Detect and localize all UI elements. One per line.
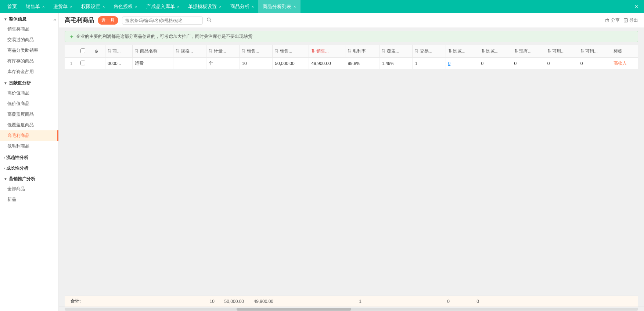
sidebar-item-category-rate[interactable]: 商品分类助销率	[0, 45, 58, 56]
col-tag[interactable]: 标签	[611, 45, 638, 58]
cell-name: 运费	[133, 58, 173, 69]
top-nav: 首页 销售单 × 进货单 × 权限设置 × 角色授权 × 产成品入库单 × 单据…	[0, 0, 644, 13]
close-all-tabs[interactable]: ×	[632, 3, 641, 10]
filter-recent-month-btn[interactable]: 近一月	[98, 16, 118, 25]
scrollbar-thumb[interactable]	[237, 308, 351, 311]
cell-coverage: 1.49%	[379, 58, 413, 69]
close-purchase-tab[interactable]: ×	[70, 4, 72, 9]
sidebar-item-sales-goods[interactable]: 销售类商品	[0, 24, 58, 35]
sidebar-item-high-coverage[interactable]: 高覆盖度商品	[0, 109, 58, 120]
share-icon	[605, 18, 610, 23]
arrow-growth: ›	[4, 166, 5, 170]
select-all-checkbox[interactable]	[80, 48, 85, 53]
cell-check[interactable]	[78, 58, 92, 69]
sidebar-group-contribution[interactable]: ▼ 贡献度分析	[0, 77, 58, 88]
col-sellable[interactable]: ⇅ 可销...	[578, 45, 611, 58]
nav-tab-analysis[interactable]: 商品分析 ×	[226, 0, 258, 13]
sidebar-item-stocked-goods[interactable]: 有库存的商品	[0, 56, 58, 66]
sidebar-item-traded-goods[interactable]: 交易过的商品	[0, 35, 58, 45]
svg-rect-2	[605, 19, 608, 22]
sidebar-item-low-coverage[interactable]: 低覆盖度商品	[0, 120, 58, 130]
col-unit[interactable]: ⇅ 计量...	[206, 45, 240, 58]
col-check[interactable]	[78, 45, 92, 58]
sidebar-item-low-margin[interactable]: 低毛利商品	[0, 141, 58, 152]
col-settings[interactable]: ⚙	[92, 45, 105, 58]
sidebar-item-low-value[interactable]: 低价值商品	[0, 98, 58, 109]
cell-sellable: 0	[578, 58, 611, 69]
search-button[interactable]	[206, 17, 212, 23]
cell-browse2: 0	[479, 58, 512, 69]
nav-tab-role[interactable]: 角色授权 ×	[109, 0, 141, 13]
close-sales-tab[interactable]: ×	[42, 4, 44, 9]
nav-tab-template[interactable]: 单据模板设置 ×	[184, 0, 226, 13]
search-input[interactable]	[122, 17, 203, 25]
nav-tab-home[interactable]: 首页	[3, 0, 21, 13]
cell-gross-margin: 99.8%	[345, 58, 379, 69]
sidebar: « ▼ 整体信息 销售类商品 交易过的商品 商品分类助销率 有库存的商品 库存资…	[0, 13, 59, 311]
arrow-trend: ›	[4, 156, 5, 160]
info-icon: ✦	[69, 34, 74, 40]
header-actions: 分享 导出	[605, 17, 638, 23]
close-analysis-list-tab[interactable]: ×	[294, 4, 296, 9]
col-available[interactable]: ⇅ 可用...	[545, 45, 578, 58]
col-sales-profit[interactable]: ⇅ 销售...	[309, 45, 345, 58]
col-spec[interactable]: ⇅ 规格...	[173, 45, 206, 58]
close-permission-tab[interactable]: ×	[102, 4, 105, 9]
footer-available: 0	[452, 299, 481, 304]
close-role-tab[interactable]: ×	[135, 4, 137, 9]
main-layout: « ▼ 整体信息 销售类商品 交易过的商品 商品分类助销率 有库存的商品 库存资…	[0, 13, 644, 311]
arrow-contribution: ▼	[4, 81, 7, 85]
col-sales-qty[interactable]: ⇅ 销售...	[240, 45, 273, 58]
col-current-stock[interactable]: ⇅ 现有...	[512, 45, 545, 58]
sidebar-item-new-goods[interactable]: 新品	[0, 194, 58, 205]
sidebar-item-high-value[interactable]: 高价值商品	[0, 88, 58, 98]
col-sales-amount[interactable]: ⇅ 销售...	[273, 45, 309, 58]
data-table: ⚙ ⇅ 商... ⇅ 商品名称 ⇅ 规格... ⇅ 计量...	[65, 45, 638, 69]
svg-point-0	[207, 18, 211, 21]
row-checkbox[interactable]	[80, 61, 85, 65]
sidebar-group-growth[interactable]: › 成长性分析	[0, 162, 58, 173]
share-button[interactable]: 分享	[605, 17, 620, 23]
search-icon	[206, 17, 212, 22]
cell-transactions: 1	[413, 58, 446, 69]
cell-sales-qty: 10	[240, 58, 273, 69]
col-transactions[interactable]: ⇅ 交易...	[413, 45, 446, 58]
cell-available: 0	[545, 58, 578, 69]
cell-code: 0000...	[105, 58, 133, 69]
sidebar-item-all-goods[interactable]: 全部商品	[0, 184, 58, 194]
table-row: 1 0000... 运费 个 10 50,000.00 49,900.00 99…	[65, 58, 638, 69]
arrow-overall: ▼	[4, 17, 7, 21]
nav-tab-product-storage[interactable]: 产成品入库单 ×	[142, 0, 184, 13]
close-template-tab[interactable]: ×	[219, 4, 221, 9]
col-gross-margin[interactable]: ⇅ 毛利率	[345, 45, 379, 58]
footer-transactions: 1	[334, 299, 364, 304]
cell-browse1[interactable]: 0	[446, 58, 479, 69]
col-code[interactable]: ⇅ 商...	[105, 45, 133, 58]
sidebar-group-overall[interactable]: ▼ 整体信息	[0, 13, 58, 24]
cell-index: 1	[65, 58, 78, 69]
col-index	[65, 45, 78, 58]
nav-tab-analysis-list[interactable]: 商品分析列表 ×	[258, 0, 300, 13]
col-name[interactable]: ⇅ 商品名称	[133, 45, 173, 58]
sidebar-group-marketing[interactable]: ▼ 营销推广分析	[0, 173, 58, 184]
nav-tab-permission[interactable]: 权限设置 ×	[77, 0, 109, 13]
cell-settings	[92, 58, 105, 69]
close-product-storage-tab[interactable]: ×	[177, 4, 179, 9]
table-container[interactable]: ⚙ ⇅ 商... ⇅ 商品名称 ⇅ 规格... ⇅ 计量...	[65, 45, 638, 296]
footer-sales-qty: 10	[187, 299, 217, 304]
close-analysis-tab[interactable]: ×	[252, 4, 254, 9]
svg-line-1	[210, 21, 212, 22]
page-title: 高毛利商品	[65, 17, 94, 24]
content-header: 高毛利商品 近一月 分享	[59, 13, 644, 28]
col-browse2[interactable]: ⇅ 浏览...	[479, 45, 512, 58]
col-coverage[interactable]: ⇅ 覆盖...	[379, 45, 413, 58]
sidebar-collapse-btn[interactable]: «	[53, 17, 56, 23]
sidebar-group-trend[interactable]: › 流趋性分析	[0, 152, 58, 162]
horizontal-scrollbar[interactable]	[59, 307, 644, 311]
nav-tab-sales[interactable]: 销售单 ×	[21, 0, 49, 13]
col-browse1[interactable]: ⇅ 浏览...	[446, 45, 479, 58]
export-button[interactable]: 导出	[623, 17, 638, 23]
nav-tab-purchase[interactable]: 进货单 ×	[49, 0, 76, 13]
sidebar-item-high-margin[interactable]: 高毛利商品	[0, 130, 58, 141]
sidebar-item-stock-capital[interactable]: 库存资金占用	[0, 66, 58, 77]
